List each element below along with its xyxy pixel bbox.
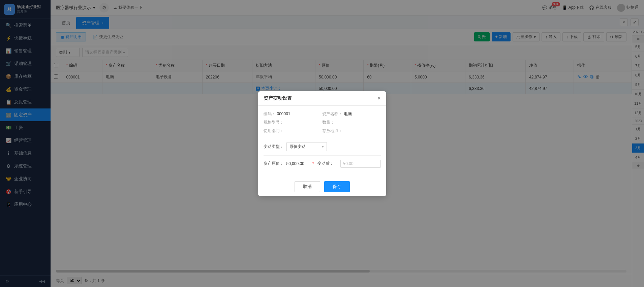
dialog-asset-value-value: 50,000.00: [286, 161, 304, 166]
dialog-divider-2: [264, 155, 381, 156]
dialog-location-label: 存放地点：: [322, 128, 342, 134]
dialog-info-grid: 编码： 000001 资产名称： 电脑 规格型号： 数量： 使用部门：: [264, 111, 381, 134]
dialog-code-item: 编码： 000001: [264, 111, 322, 117]
dialog-after-change-input[interactable]: [340, 160, 381, 168]
dialog-footer: 取消 保存: [258, 177, 386, 196]
dialog-dept-label: 使用部门：: [264, 128, 284, 134]
dialog-quantity-label: 数量：: [322, 120, 334, 125]
dialog-close-button[interactable]: ×: [377, 95, 380, 101]
dialog-spec-item: 规格型号：: [264, 120, 322, 125]
dialog-body: 编码： 000001 资产名称： 电脑 规格型号： 数量： 使用部门：: [258, 106, 386, 177]
dialog-asset-name-value: 电脑: [344, 111, 352, 117]
dialog-location-item: 存放地点：: [322, 128, 381, 134]
change-type-value: 原值变动: [289, 144, 306, 150]
dialog-required-mark: *: [312, 161, 314, 166]
dialog-title: 资产变动设置: [264, 95, 292, 101]
modal-overlay: 资产变动设置 × 编码： 000001 资产名称： 电脑 规格型号： 数量：: [0, 0, 644, 287]
cancel-button[interactable]: 取消: [295, 181, 320, 192]
dialog-asset-name-item: 资产名称： 电脑: [322, 111, 381, 117]
dialog-divider-1: [264, 138, 381, 138]
dialog-change-type-field: 变动类型： 原值变动 ▾: [264, 142, 381, 151]
dialog-dept-item: 使用部门：: [264, 128, 322, 134]
dialog-code-label: 编码：: [264, 111, 276, 117]
asset-change-dialog: 资产变动设置 × 编码： 000001 资产名称： 电脑 规格型号： 数量：: [258, 91, 386, 196]
dialog-asset-value-label: 资产原值：: [264, 161, 284, 166]
dialog-after-change-label: 变动后：: [317, 161, 338, 166]
save-button[interactable]: 保存: [324, 181, 350, 192]
dialog-header: 资产变动设置 ×: [258, 91, 386, 106]
dialog-code-value: 000001: [277, 111, 290, 116]
dialog-asset-name-label: 资产名称：: [322, 111, 342, 117]
dialog-change-type-select[interactable]: 原值变动 ▾: [286, 142, 327, 151]
dialog-quantity-item: 数量：: [322, 120, 381, 125]
dialog-spec-label: 规格型号：: [264, 120, 284, 125]
dialog-change-type-label: 变动类型：: [264, 144, 284, 150]
dialog-asset-value-field: 资产原值： 50,000.00 * 变动后：: [264, 160, 381, 168]
change-type-arrow-icon: ▾: [322, 144, 324, 149]
